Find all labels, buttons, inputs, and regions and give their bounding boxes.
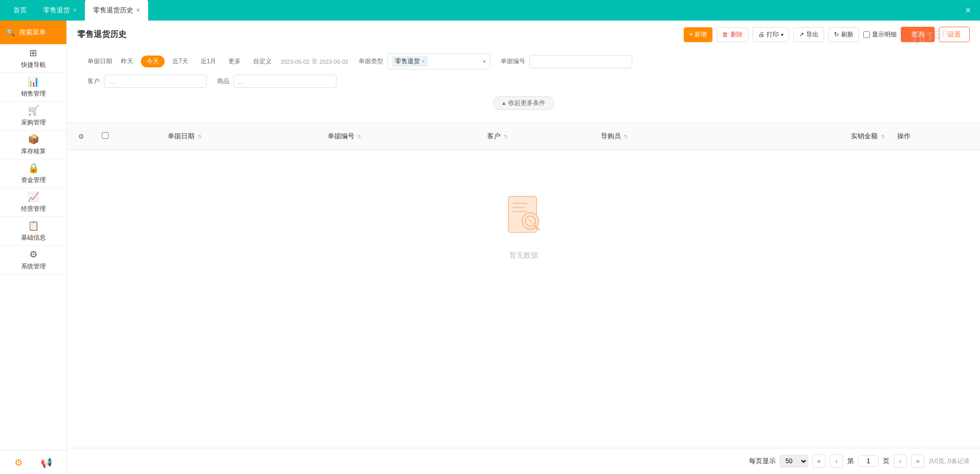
date-range: 2023-06-02 至 2023-06-02 [280, 58, 348, 65]
search-icon: 🔍 [6, 28, 15, 37]
th-doc-no: 单据编号 ⇅ [322, 123, 482, 150]
th-customer-label: 客户 [487, 132, 501, 140]
customer-label: 客户 [87, 77, 100, 86]
new-btn[interactable]: + 新增 [684, 27, 712, 42]
goods-input[interactable]: ... [234, 75, 336, 88]
sidebar-item-quick-nav-label: 快捷导航 [21, 61, 46, 69]
last-page-btn[interactable]: » [911, 454, 924, 468]
th-doc-date-label: 单据日期 [168, 132, 194, 140]
stock-calc-icon: 📦 [28, 134, 39, 145]
sidebar-item-sales-mgmt[interactable]: 📊 销售管理 [0, 73, 66, 102]
next-page-btn[interactable]: › [894, 454, 907, 468]
prev-page-btn[interactable]: ‹ [830, 454, 843, 468]
select-all-checkbox[interactable] [102, 132, 109, 139]
collapse-btn[interactable]: ▲ 收起更多条件 [493, 96, 555, 110]
doc-type-tag-text: 零售退货 [395, 57, 420, 66]
sidebar-item-biz-mgmt-label: 经营管理 [21, 205, 46, 213]
page-input[interactable] [858, 455, 879, 467]
sidebar-item-biz-mgmt[interactable]: 📈 经营管理 [0, 188, 66, 217]
table-header: ⚙ 单据日期 ⇅ 单据编号 ⇅ [67, 123, 980, 150]
sidebar-item-basic-info[interactable]: 📋 基础信息 [0, 217, 66, 246]
toolbar: + 新增 🗑 删除 🖨 打印 ▾ ↗ 导出 ↻ [684, 27, 970, 42]
per-page-select[interactable]: 50 10 20 100 [780, 455, 808, 467]
th-doc-date-sort-icon[interactable]: ⇅ [198, 134, 202, 139]
sidebar-gear-icon[interactable]: ⚙ [14, 457, 23, 468]
date-btn-more[interactable]: 更多 [224, 56, 245, 67]
th-doc-no-sort-icon[interactable]: ⇅ [357, 134, 361, 139]
doc-id-input[interactable] [529, 55, 632, 68]
refresh-btn[interactable]: ↻ 刷新 [828, 27, 859, 42]
doc-type-tag: 零售退货 × [392, 56, 428, 67]
date-start: 2023-06-02 [280, 59, 309, 65]
doc-type-label: 单据类型 [359, 57, 383, 66]
th-doc-date: 单据日期 ⇅ [162, 123, 322, 150]
display-detail-toggle[interactable]: 显示明细 [863, 30, 897, 39]
tab-retail-return-history-close[interactable]: × [136, 7, 140, 14]
th-customer: 客户 ⇅ [481, 123, 594, 150]
query-btn[interactable]: 查询 [901, 27, 935, 42]
sidebar-audio-icon[interactable]: 📢 [41, 457, 52, 468]
refresh-label: 刷新 [841, 30, 853, 39]
print-icon: 🖨 [758, 31, 764, 38]
date-filter-label: 单据日期 [87, 57, 112, 66]
filter-row-1: 单据日期 昨天 今天 近7天 近1月 更多 自定义 2023-06-02 至 [87, 53, 959, 69]
table-body: 暂无数据 [67, 150, 980, 302]
first-page-btn[interactable]: « [812, 454, 826, 468]
tab-home[interactable]: 首页 [5, 0, 35, 21]
customer-input[interactable]: ... [104, 75, 207, 88]
per-page-label: 每页显示 [749, 457, 776, 466]
page-label: 第 [847, 457, 854, 466]
doc-type-select[interactable]: 零售退货 × ▾ [387, 53, 490, 69]
date-btn-1month[interactable]: 近1月 [196, 56, 221, 67]
th-actual-amount-sort-icon[interactable]: ⇅ [881, 134, 885, 139]
close-window-btn[interactable]: × [961, 5, 975, 16]
sidebar-item-quick-nav[interactable]: ⊞ 快捷导航 [0, 44, 66, 73]
th-operation: 操作 [891, 123, 980, 150]
table-settings-btn[interactable]: ⚙ [73, 128, 90, 144]
doc-type-filter-item: 单据类型 零售退货 × ▾ [359, 53, 490, 69]
th-actual-amount-label: 实销金额 [851, 132, 878, 140]
sidebar: 🔍 搜索菜单 ⊞ 快捷导航 📊 销售管理 🛒 采购管理 📦 库存核算 🔒 资金管… [0, 21, 67, 474]
th-guide-sort-icon[interactable]: ⇅ [623, 134, 628, 139]
date-btn-7days[interactable]: 近7天 [168, 56, 193, 67]
setting-btn[interactable]: 设置 [939, 27, 970, 42]
th-doc-no-label: 单据编号 [328, 132, 354, 140]
sidebar-item-stock-calc-label: 库存核算 [21, 147, 46, 156]
date-btn-today[interactable]: 今天 [141, 56, 165, 67]
sidebar-item-basic-info-label: 基础信息 [21, 233, 46, 242]
doc-id-filter-item: 单据编号 [501, 55, 632, 68]
refresh-icon: ↻ [834, 31, 839, 38]
empty-state: 暂无数据 [67, 150, 980, 301]
sidebar-item-sys-mgmt-label: 系统管理 [21, 262, 46, 271]
sys-mgmt-icon: ⚙ [29, 249, 38, 260]
date-btn-yesterday[interactable]: 昨天 [116, 56, 138, 67]
collapse-icon: ▲ [502, 100, 507, 106]
sidebar-item-stock-calc[interactable]: 📦 库存核算 [0, 131, 66, 159]
customer-filter-item: 客户 ... [87, 75, 207, 88]
top-nav: 首页 零售退货 × 零售退货历史 × OfTEn × [0, 0, 980, 21]
page-title: 零售退货历史 [77, 29, 127, 40]
sidebar-item-purchase-mgmt[interactable]: 🛒 采购管理 [0, 102, 66, 131]
sidebar-item-sys-mgmt[interactable]: ⚙ 系统管理 [0, 246, 66, 275]
sidebar-item-sales-mgmt-label: 销售管理 [21, 89, 46, 98]
export-icon: ↗ [799, 31, 804, 38]
date-btn-custom[interactable]: 自定义 [248, 56, 276, 67]
tab-retail-return-close[interactable]: × [73, 7, 77, 14]
print-btn[interactable]: 🖨 打印 ▾ [753, 27, 789, 42]
sidebar-item-fund-mgmt[interactable]: 🔒 资金管理 [0, 159, 66, 188]
sidebar-search-label: 搜索菜单 [19, 28, 46, 37]
display-detail-label: 显示明细 [872, 30, 897, 39]
doc-type-tag-close[interactable]: × [422, 59, 425, 64]
display-detail-checkbox[interactable] [863, 31, 870, 38]
page-header: 零售退货历史 + 新增 🗑 删除 🖨 打印 ▾ ↗ 导出 [67, 21, 980, 123]
date-end: 2023-06-02 [319, 59, 348, 65]
tab-retail-return[interactable]: 零售退货 × [35, 0, 85, 21]
tab-retail-return-history[interactable]: 零售退货历史 × [85, 0, 148, 21]
sidebar-search[interactable]: 🔍 搜索菜单 [0, 21, 66, 44]
th-customer-sort-icon[interactable]: ⇅ [504, 134, 508, 139]
purchase-mgmt-icon: 🛒 [28, 105, 39, 116]
sales-mgmt-icon: 📊 [28, 76, 39, 87]
th-checkbox [96, 123, 162, 150]
export-btn[interactable]: ↗ 导出 [793, 27, 824, 42]
delete-btn[interactable]: 🗑 删除 [717, 27, 749, 42]
